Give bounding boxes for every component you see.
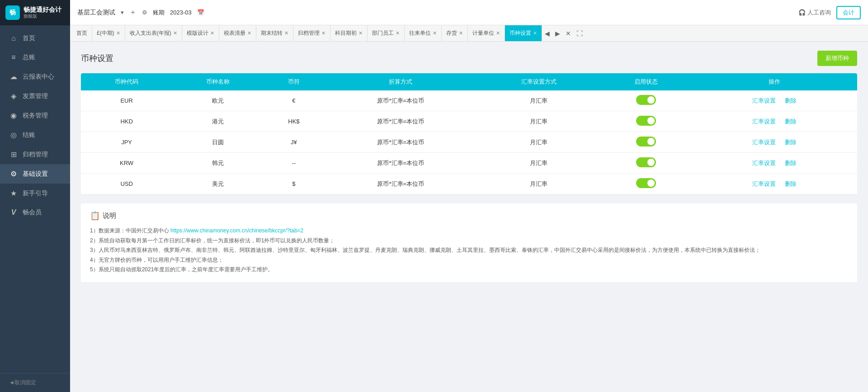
- sidebar-item-general-ledger[interactable]: ≡ 总账: [0, 48, 70, 67]
- tab-income[interactable]: 收入支出表(年报) ✕: [125, 25, 182, 42]
- sidebar-item-tax[interactable]: ◉ 税务管理: [0, 106, 70, 125]
- rate-settings-link[interactable]: 汇率设置: [752, 118, 776, 125]
- cell-name: 美元: [172, 174, 264, 194]
- tab-currency[interactable]: 币种设置 ✕: [505, 25, 542, 42]
- status-toggle[interactable]: [636, 157, 656, 167]
- cell-code: USD: [81, 174, 172, 194]
- sidebar-item-reports[interactable]: ☁ 云报表中心: [0, 67, 70, 86]
- sidebar-item-label: 云报表中心: [23, 73, 54, 81]
- sidebar-item-archive[interactable]: ⊞ 归档管理: [0, 145, 70, 164]
- tab-dept[interactable]: 部门员工 ✕: [368, 25, 405, 42]
- cell-status: [600, 90, 692, 111]
- topbar-right: 🎧 人工咨询 会计: [798, 6, 861, 19]
- tab-close-icon[interactable]: ✕: [247, 30, 251, 36]
- add-tab-button[interactable]: ＋: [129, 8, 137, 17]
- status-toggle[interactable]: [636, 95, 656, 105]
- tab-inventory[interactable]: 存货 ✕: [442, 25, 468, 42]
- rate-settings-link[interactable]: 汇率设置: [752, 139, 776, 146]
- sidebar-item-home[interactable]: ⌂ 首页: [0, 29, 70, 48]
- tab-close-icon[interactable]: ✕: [459, 30, 463, 36]
- china-money-link[interactable]: https://www.chinamoney.com.cn/chinese/bk…: [170, 227, 303, 234]
- tab-expand-button[interactable]: ⛶: [574, 30, 585, 37]
- tab-close-icon[interactable]: ✕: [210, 30, 214, 36]
- tab-close-icon[interactable]: ✕: [359, 30, 363, 36]
- cell-rate-type: 月汇率: [477, 132, 600, 153]
- sidebar-item-invoice[interactable]: ◈ 发票管理: [0, 86, 70, 106]
- cell-actions: 汇率设置 删除: [692, 90, 857, 111]
- tab-prev-button[interactable]: ◀: [542, 30, 552, 37]
- rate-settings-link[interactable]: 汇率设置: [752, 180, 776, 187]
- sidebar-item-guide[interactable]: ★ 新手引导: [0, 184, 70, 203]
- tab-label: 归档管理: [298, 29, 320, 37]
- delete-link[interactable]: 删除: [785, 160, 797, 166]
- sidebar-item-member[interactable]: V 畅会员: [0, 203, 70, 222]
- status-toggle[interactable]: [636, 178, 656, 188]
- tab-units[interactable]: 往来单位 ✕: [405, 25, 442, 42]
- tab-next-button[interactable]: ▶: [552, 30, 563, 37]
- sidebar-pin-toggle[interactable]: ◄取消固定: [0, 373, 70, 392]
- status-toggle[interactable]: [636, 137, 656, 146]
- user-role-button[interactable]: 会计: [836, 6, 861, 19]
- table-header-row: 币种代码 币种名称 币符 折算方式 汇率设置方式 启用状态 操作: [81, 73, 857, 90]
- notes-section: 📋 说明 1）数据来源：中国外汇交易中心 https://www.chinamo…: [81, 203, 857, 282]
- delete-link[interactable]: 删除: [785, 97, 797, 104]
- tab-template[interactable]: 模版设计 ✕: [182, 25, 219, 42]
- headset-icon: 🎧: [798, 9, 806, 16]
- cell-status: [600, 111, 692, 132]
- tab-close-icon[interactable]: ✕: [496, 30, 500, 36]
- rate-settings-link[interactable]: 汇率设置: [752, 160, 776, 166]
- page-header: 币种设置 新增币种: [81, 51, 857, 66]
- calendar-icon[interactable]: 📅: [197, 9, 204, 16]
- tab-archive-mgr[interactable]: 归档管理 ✕: [293, 25, 330, 42]
- tab-close-icon[interactable]: ✕: [396, 30, 400, 36]
- tab-label: 往来单位: [409, 29, 431, 37]
- tab-tax-clear[interactable]: 税表清册 ✕: [219, 25, 256, 42]
- sidebar-item-label: 归档管理: [23, 151, 48, 159]
- sidebar-item-checkout[interactable]: ◎ 结账: [0, 125, 70, 145]
- tab-label: 部门员工: [372, 29, 394, 37]
- company-dropdown-icon[interactable]: ▾: [121, 9, 124, 16]
- main-area: 基层工会测试 ▾ ＋ ⚙ 账期 2023-03 📅 🎧 人工咨询 会计 首页 £…: [70, 0, 868, 392]
- tab-close-icon[interactable]: ✕: [533, 30, 537, 36]
- sidebar-item-label: 结账: [23, 131, 35, 139]
- tab-close-icon[interactable]: ✕: [321, 30, 326, 36]
- sidebar-item-label: 畅会员: [23, 208, 42, 217]
- cell-actions: 汇率设置 删除: [692, 132, 857, 153]
- col-status: 启用状态: [600, 73, 692, 90]
- delete-link[interactable]: 删除: [785, 139, 797, 146]
- status-toggle[interactable]: [636, 116, 656, 126]
- tabbar: 首页 £(中期) ✕ 收入支出表(年报) ✕ 模版设计 ✕ 税表清册 ✕ 期末结…: [70, 25, 868, 42]
- sidebar-nav: ⌂ 首页 ≡ 总账 ☁ 云报表中心 ◈ 发票管理 ◉ 税务管理 ◎ 结账 ⊞ 归…: [0, 25, 70, 373]
- table-row: JPY 日圆 J¥ 原币*汇率=本位币 月汇率 汇率设置 删除: [81, 132, 857, 153]
- delete-link[interactable]: 删除: [785, 180, 797, 187]
- tab-close-icon[interactable]: ✕: [284, 30, 288, 36]
- new-currency-button[interactable]: 新增币种: [817, 51, 857, 66]
- rate-settings-link[interactable]: 汇率设置: [752, 97, 776, 104]
- tab-period[interactable]: £(中期) ✕: [92, 25, 125, 42]
- note-item-4: 3）人民币对马来西亚林吉特、俄罗斯卢布、南非兰特、韩元、阿联酋迪拉姆、沙特里亚尔…: [90, 246, 848, 255]
- cell-symbol: HK$: [264, 111, 324, 132]
- tab-close-icon[interactable]: ✕: [116, 30, 120, 36]
- tab-close-all-button[interactable]: ✕: [563, 30, 574, 37]
- tab-period-end[interactable]: 期末结转 ✕: [256, 25, 293, 42]
- period-label: 账期: [153, 9, 165, 17]
- cell-name: 港元: [172, 111, 264, 132]
- tab-close-icon[interactable]: ✕: [433, 30, 437, 36]
- sidebar-item-label: 首页: [23, 34, 35, 43]
- tab-label: 存货: [446, 29, 457, 37]
- note-item-1: 1）数据来源：中国外汇交易中心 https://www.chinamoney.c…: [90, 226, 848, 236]
- tab-close-icon[interactable]: ✕: [173, 30, 177, 36]
- member-icon: V: [9, 208, 18, 217]
- tab-subjects[interactable]: 科目期初 ✕: [330, 25, 368, 42]
- table-row: HKD 港元 HK$ 原币*汇率=本位币 月汇率 汇率设置 删除: [81, 111, 857, 132]
- sidebar-item-label: 税务管理: [23, 112, 48, 120]
- settings-icon[interactable]: ⚙: [142, 9, 147, 16]
- help-button[interactable]: 🎧 人工咨询: [798, 9, 831, 17]
- tab-home[interactable]: 首页: [72, 25, 92, 42]
- cell-status: [600, 132, 692, 153]
- page-content: 币种设置 新增币种 币种代码 币种名称 币符 折算方式 汇率设置方式 启用状态 …: [70, 42, 868, 392]
- tab-measure[interactable]: 计量单位 ✕: [468, 25, 505, 42]
- sidebar-item-settings[interactable]: ⚙ 基础设置: [0, 164, 70, 184]
- delete-link[interactable]: 删除: [785, 118, 797, 125]
- table-row: USD 美元 $ 原币*汇率=本位币 月汇率 汇率设置 删除: [81, 174, 857, 194]
